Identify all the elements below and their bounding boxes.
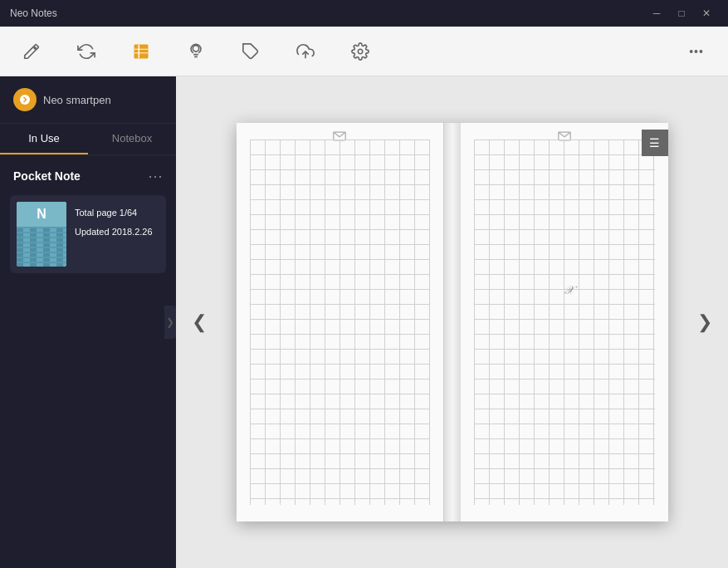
notebook-spine <box>444 123 461 521</box>
sidebar: Neo smartpen In Use Notebox Pocket Note … <box>0 76 176 568</box>
notebook-section: Pocket Note ⋯ N <box>0 155 176 282</box>
notebook-more-button[interactable]: ⋯ <box>148 169 163 184</box>
next-page-button[interactable]: ❯ <box>690 307 720 337</box>
title-bar-left: Neo Notes <box>10 7 57 19</box>
close-button[interactable]: ✕ <box>695 2 718 25</box>
settings-button[interactable] <box>345 37 375 66</box>
brand-logo <box>13 88 37 111</box>
prev-page-button[interactable]: ❮ <box>184 307 214 337</box>
more-options-button[interactable]: ••• <box>682 37 711 66</box>
page-grid-left <box>250 140 431 505</box>
page-grid-right <box>474 140 655 505</box>
idea-button[interactable] <box>181 37 211 66</box>
svg-point-8 <box>20 95 30 105</box>
svg-point-4 <box>193 45 198 51</box>
main-area: Neo smartpen In Use Notebox Pocket Note … <box>0 76 728 568</box>
notebook-cover-letter: N <box>17 202 66 227</box>
svg-point-7 <box>358 49 363 54</box>
brand-section: Neo smartpen <box>0 76 176 124</box>
maximize-button[interactable]: □ <box>670 2 693 25</box>
content-area: ❮ ☰ <box>176 76 728 568</box>
tab-in-use[interactable]: In Use <box>0 124 88 154</box>
notebook-view-button[interactable] <box>126 37 156 66</box>
upload-button[interactable] <box>291 37 320 66</box>
app-title: Neo Notes <box>10 7 57 19</box>
notebook-card[interactable]: N Tot <box>10 195 166 273</box>
notebook-updated: Updated 2018.2.26 <box>75 224 159 240</box>
svg-rect-0 <box>134 44 149 58</box>
sync-button[interactable] <box>71 37 101 66</box>
notebook-page-right: 𝒳 <box>461 123 668 521</box>
notebook-info: Total page 1/64 Updated 2018.2.26 <box>75 202 159 239</box>
app-container: ••• Neo smartpen In Use Notebox <box>0 27 728 568</box>
notebook-viewer: ☰ <box>237 123 668 521</box>
notebook-header: Pocket Note ⋯ <box>10 164 166 189</box>
tab-notebox[interactable]: Notebox <box>88 124 176 154</box>
brand-name: Neo smartpen <box>43 94 111 106</box>
toolbar: ••• <box>0 27 728 76</box>
notebook-thumbnail: N <box>17 202 66 267</box>
notebook-page-left <box>237 123 445 521</box>
sidebar-tabs: In Use Notebox <box>0 124 176 155</box>
menu-icon: ☰ <box>649 136 660 149</box>
notebook-cover-waves <box>17 227 66 267</box>
minimize-button[interactable]: ─ <box>645 2 668 25</box>
tag-button[interactable] <box>236 37 266 66</box>
title-bar-controls: ─ □ ✕ <box>645 2 718 25</box>
title-bar: Neo Notes ─ □ ✕ <box>0 0 728 27</box>
pen-tool-button[interactable] <box>17 37 46 66</box>
page-menu-button[interactable]: ☰ <box>642 130 668 156</box>
sidebar-fold-handle[interactable]: ❯ <box>164 306 176 339</box>
handwriting-mark: 𝒳 <box>564 284 573 297</box>
notebook-section-title: Pocket Note <box>13 169 81 183</box>
notebook-total-page: Total page 1/64 <box>75 205 159 221</box>
